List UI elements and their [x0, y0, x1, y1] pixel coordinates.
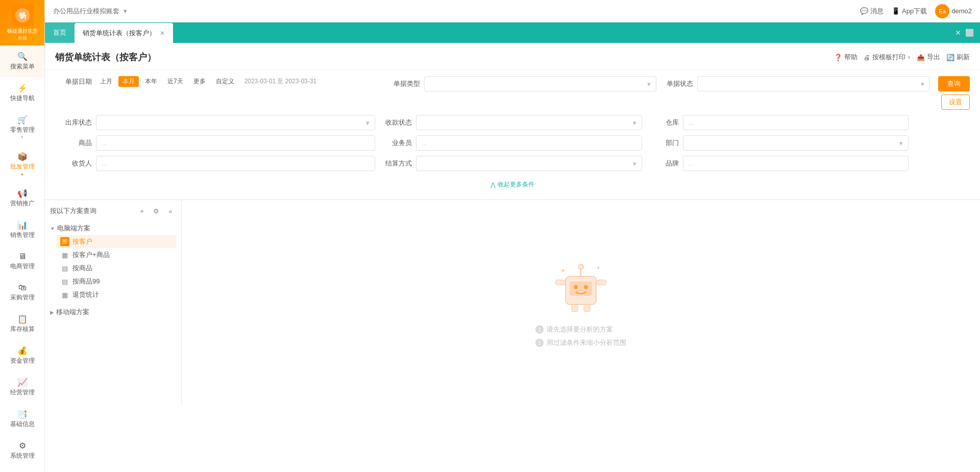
query-button[interactable]: 查询 — [938, 76, 970, 91]
collapse-up-icon: ⋀ — [491, 181, 496, 188]
sidebar-item-management[interactable]: 📈 经营管理 — [0, 371, 44, 403]
warehouse-label: 仓库 — [642, 118, 683, 127]
tab-maximize-icon[interactable]: ⬜ — [965, 29, 974, 37]
payment-status-cell: 收款状态 ▾ — [375, 115, 642, 130]
finance-icon: 💰 — [17, 346, 28, 356]
scheme-return-stat[interactable]: ▦ 退货统计 — [56, 288, 176, 301]
date-shortcut-this-year[interactable]: 本年 — [141, 76, 161, 87]
sidebar-item-label: 经营管理 — [10, 388, 35, 397]
sidebar-item-retail[interactable]: 🛒 零售管理 ▾ — [0, 109, 44, 146]
sidebar-item-label: 快捷导航 — [10, 94, 35, 103]
sidebar-item-marketing[interactable]: 📢 营销推广 — [0, 182, 44, 214]
app-logo[interactable]: 畅 畅捷通好生意 标搜 — [0, 0, 44, 45]
help-button[interactable]: ❓ 帮助 — [834, 53, 857, 62]
wholesale-icon: 📦 — [17, 152, 28, 161]
collapse-button[interactable]: ⋀ 收起更多条件 — [55, 176, 970, 193]
payment-select[interactable]: ▾ — [416, 115, 642, 130]
out-status-select[interactable]: ▾ — [96, 115, 375, 130]
export-label: 导出 — [927, 53, 940, 62]
query-btn-area: 查询 设置 — [930, 76, 970, 110]
sidebar-item-ecommerce[interactable]: 🖥 电商管理 — [0, 246, 44, 277]
goods-label: 商品 — [55, 138, 96, 148]
app-download-button[interactable]: 📱 App下载 — [892, 7, 927, 16]
mobile-scheme-group[interactable]: ▶ 移动端方案 — [50, 305, 176, 319]
scheme-by-product99-icon: ▤ — [60, 277, 69, 286]
goods-select[interactable]: … — [96, 135, 375, 151]
status-select[interactable]: ▾ — [697, 76, 930, 91]
settlement-select[interactable]: ▾ — [416, 156, 642, 171]
tabbar: 首页 销货单统计表（按客户） ✕ ✕ ⬜ — [45, 22, 980, 43]
print-icon: 🖨 — [864, 54, 870, 61]
receiver-ellipsis-icon: … — [102, 160, 107, 167]
sidebar-item-quick-nav[interactable]: ⚡ 快捷导航 — [0, 77, 44, 109]
sidebar-item-corp-collab[interactable]: 🤝 企业协同 — [0, 466, 44, 472]
scheme-by-product-icon: ▤ — [60, 264, 69, 273]
staff-ellipsis-icon: … — [422, 140, 427, 146]
app-download-label: App下载 — [902, 7, 927, 16]
export-icon: 📤 — [917, 54, 925, 61]
tab-minimize-icon[interactable]: ✕ — [955, 29, 961, 37]
sidebar-item-inventory[interactable]: 📋 库存核算 — [0, 308, 44, 340]
desktop-scheme-group[interactable]: ▼ 电脑端方案 — [50, 222, 176, 235]
receiver-label: 收货人 — [55, 159, 96, 168]
scheme-by-customer-product[interactable]: ▦ 按客户+商品 — [56, 248, 176, 262]
scheme-settings-button[interactable]: ⚙ — [151, 205, 162, 217]
scheme-by-product99-label: 按商品99 — [72, 277, 100, 286]
date-shortcut-this-month[interactable]: 本月 — [118, 76, 139, 87]
sidebar-item-system[interactable]: ⚙ 系统管理 — [0, 435, 44, 466]
date-shortcut-more[interactable]: 更多 — [189, 76, 210, 87]
staff-select[interactable]: … — [416, 135, 642, 151]
warehouse-select[interactable]: … — [683, 115, 909, 130]
dept-select[interactable]: ▾ — [683, 135, 909, 151]
message-button[interactable]: 💬 消息 — [860, 7, 884, 16]
topbar-title: 办公用品行业模拟账套 — [53, 7, 119, 16]
page-header: 销货单统计表（按客户） ❓ 帮助 🖨 按模板打印 ▾ 📤 导出 🔄 刷新 — [45, 43, 980, 70]
sidebar-item-wholesale[interactable]: 📦 批发管理 ▴ — [0, 146, 44, 182]
refresh-label: 刷新 — [957, 53, 970, 62]
tab-home[interactable]: 首页 — [45, 22, 75, 43]
tip1-num: 1 — [535, 325, 544, 334]
export-button[interactable]: 📤 导出 — [917, 53, 940, 62]
scheme-by-product[interactable]: ▤ 按商品 — [56, 262, 176, 275]
sidebar-item-finance[interactable]: 💰 资金管理 — [0, 340, 44, 371]
collapse-panel-button[interactable]: « — [165, 205, 176, 217]
mobile-scheme-label: 移动端方案 — [56, 308, 89, 317]
brand-select[interactable]: … — [683, 156, 909, 171]
date-shortcut-last-7[interactable]: 近7天 — [163, 76, 187, 87]
type-select[interactable]: ▾ — [424, 76, 657, 91]
template-print-button[interactable]: 🖨 按模板打印 ▾ — [864, 53, 911, 62]
brand-cell: 品牌 … — [642, 156, 909, 171]
date-shortcut-last-month[interactable]: 上月 — [96, 76, 116, 87]
scheme-by-customer[interactable]: 按 按客户 — [56, 235, 176, 248]
out-status-cell: 出库状态 ▾ — [55, 115, 375, 130]
sidebar-item-purchase[interactable]: 🛍 采购管理 — [0, 277, 44, 308]
tab-close-icon[interactable]: ✕ — [160, 30, 165, 37]
user-profile[interactable]: Ea demo2 — [935, 4, 972, 18]
sidebar-item-search[interactable]: 🔍 搜索菜单 — [0, 45, 44, 77]
tip2-text: 用过滤条件来缩小分析范围 — [547, 338, 626, 347]
svg-text:✦: ✦ — [596, 265, 600, 271]
scheme-by-customer-product-label: 按客户+商品 — [72, 250, 110, 259]
purchase-icon: 🛍 — [18, 283, 27, 292]
management-icon: 📈 — [17, 377, 28, 387]
settings-button[interactable]: 设置 — [941, 95, 970, 110]
refresh-button[interactable]: 🔄 刷新 — [946, 53, 970, 62]
sidebar-item-sales[interactable]: 📊 销售管理 — [0, 214, 44, 246]
left-panel-title: 按以下方案查询 — [50, 206, 96, 216]
ecommerce-icon: 🖥 — [18, 252, 27, 261]
scheme-by-customer-product-icon: ▦ — [60, 250, 69, 259]
scheme-by-product99[interactable]: ▤ 按商品99 — [56, 275, 176, 288]
tab-home-label: 首页 — [53, 28, 66, 37]
refresh-icon: 🔄 — [946, 54, 954, 61]
sidebar-item-basic-info[interactable]: 📑 基础信息 — [0, 403, 44, 435]
sidebar: 畅 畅捷通好生意 标搜 🔍 搜索菜单 ⚡ 快捷导航 🛒 零售管理 ▾ 📦 批发管… — [0, 0, 45, 472]
svg-rect-11 — [596, 280, 606, 285]
empty-tips-list: 1 请先选择要分析的方案 2 用过滤条件来缩小分析范围 — [535, 325, 626, 351]
date-shortcut-custom[interactable]: 自定义 — [212, 76, 238, 87]
topbar-left: 办公用品行业模拟账套 ▾ — [53, 7, 127, 16]
receiver-select[interactable]: … — [96, 156, 375, 171]
add-scheme-button[interactable]: + — [136, 205, 148, 217]
scheme-by-product-label: 按商品 — [72, 264, 92, 273]
topbar-dropdown-icon[interactable]: ▾ — [124, 7, 127, 15]
tab-sales-stat[interactable]: 销货单统计表（按客户） ✕ — [75, 23, 173, 43]
